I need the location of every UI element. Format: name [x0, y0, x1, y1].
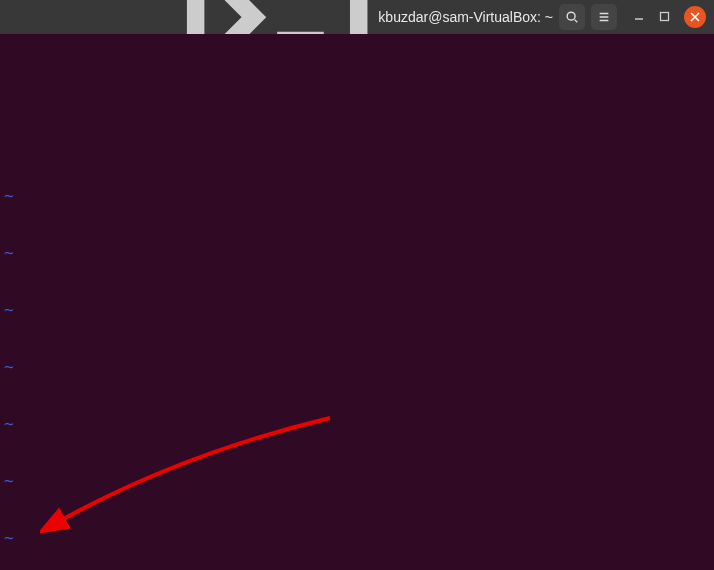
svg-rect-2: [661, 13, 669, 21]
maximize-button[interactable]: [659, 9, 670, 25]
vim-tilde: ~: [0, 528, 714, 547]
close-button[interactable]: [684, 6, 706, 28]
vim-tilde: ~: [0, 186, 714, 205]
maximize-icon: [659, 11, 670, 22]
window-titlebar: kbuzdar@sam-VirtualBox: ~: [0, 0, 714, 34]
close-icon: [690, 12, 700, 22]
minimize-button[interactable]: [633, 9, 645, 25]
minimize-icon: [633, 10, 645, 22]
search-button[interactable]: [559, 4, 585, 30]
vim-tilde: ~: [0, 471, 714, 490]
window-title: kbuzdar@sam-VirtualBox: ~: [378, 9, 553, 25]
hamburger-icon: [597, 10, 611, 24]
svg-point-1: [567, 12, 575, 20]
menu-button[interactable]: [591, 4, 617, 30]
vim-tilde: ~: [0, 357, 714, 376]
window-controls: [633, 6, 706, 28]
vim-tilde: ~: [0, 414, 714, 433]
vim-tilde: ~: [0, 243, 714, 262]
search-icon: [565, 10, 579, 24]
terminal-body[interactable]: ~ ~ ~ ~ ~ ~ ~ ~ ~ buffersintro ~ ~ ~ ~ ~…: [0, 34, 714, 570]
editor-blank-line: [0, 110, 714, 129]
vim-tilde: ~: [0, 300, 714, 319]
